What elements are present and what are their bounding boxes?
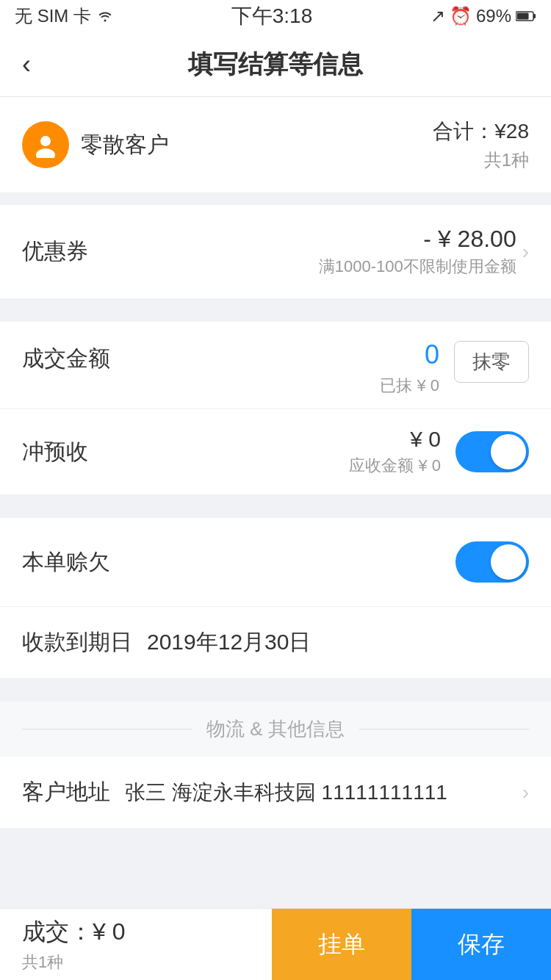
arrears-row: 本单赊欠 <box>0 518 551 606</box>
bottom-count: 共1种 <box>22 951 250 973</box>
customer-section: 零散客户 合计：¥28 共1种 <box>0 97 551 193</box>
logistics-text: 物流 & 其他信息 <box>206 716 345 742</box>
coupon-desc: 满1000-100不限制使用金额 <box>319 256 516 278</box>
battery-icon <box>516 6 536 26</box>
wifi-icon <box>97 6 113 26</box>
coupon-row[interactable]: 优惠券 - ¥ 28.00 满1000-100不限制使用金额 › <box>0 205 551 298</box>
prepay-toggle[interactable] <box>455 431 529 472</box>
deal-amount-section: 成交金额 0 已抹 ¥ 0 抹零 冲预收 ¥ 0 应收金额 ¥ 0 <box>0 322 551 494</box>
prepay-amount: ¥ 0 <box>349 427 441 452</box>
bottom-info: 成交：¥ 0 共1种 <box>0 916 272 973</box>
status-right: ↗ ⏰ 69% <box>431 6 536 26</box>
deal-amount-value: 0 <box>380 339 439 370</box>
customer-right: 合计：¥28 共1种 <box>433 118 529 172</box>
deal-amount-label: 成交金额 <box>22 339 110 374</box>
coupon-label: 优惠券 <box>22 237 88 267</box>
address-row[interactable]: 客户地址 张三 海淀永丰科技园 11111111111 › <box>0 757 551 828</box>
customer-total: 合计：¥28 <box>433 118 529 145</box>
customer-count: 共1种 <box>433 148 529 172</box>
carrier-label: 无 SIM 卡 <box>15 4 91 28</box>
arrears-label: 本单赊欠 <box>22 547 110 577</box>
deal-right: 0 已抹 ¥ 0 抹零 <box>380 339 529 397</box>
customer-name: 零散客户 <box>81 130 169 160</box>
prepay-amount-wrapper: ¥ 0 应收金额 ¥ 0 <box>349 427 441 477</box>
svg-point-3 <box>40 136 51 146</box>
save-button[interactable]: 保存 <box>411 909 551 981</box>
deal-amount-row: 成交金额 0 已抹 ¥ 0 抹零 <box>0 322 551 409</box>
alarm-icon: ⏰ <box>450 6 472 26</box>
address-label: 客户地址 <box>22 777 110 807</box>
address-value: 张三 海淀永丰科技园 11111111111 <box>125 779 522 807</box>
logistics-header: 物流 & 其他信息 <box>0 702 551 757</box>
nav-bar: ‹ 填写结算等信息 <box>0 32 551 97</box>
back-button[interactable]: ‹ <box>22 49 31 80</box>
prepay-right: ¥ 0 应收金额 ¥ 0 <box>349 427 529 477</box>
page-title: 填写结算等信息 <box>188 48 363 82</box>
status-bar: 无 SIM 卡 下午3:18 ↗ ⏰ 69% <box>0 0 551 32</box>
status-time: 下午3:18 <box>231 2 313 30</box>
bottom-bar: 成交：¥ 0 共1种 挂单 保存 <box>0 908 551 980</box>
customer-row: 零散客户 合计：¥28 共1种 <box>0 97 551 193</box>
svg-rect-1 <box>533 14 536 18</box>
prepay-row: 冲预收 ¥ 0 应收金额 ¥ 0 <box>0 409 551 494</box>
battery-label: 69% <box>476 6 511 26</box>
svg-rect-2 <box>517 13 529 20</box>
coupon-section[interactable]: 优惠券 - ¥ 28.00 满1000-100不限制使用金额 › <box>0 205 551 298</box>
chevron-right-icon: › <box>522 240 529 264</box>
toggle-knob <box>491 434 526 469</box>
arrears-toggle[interactable] <box>455 541 529 583</box>
duedate-value: 2019年12月30日 <box>147 627 311 657</box>
deal-rounded-label: 已抹 ¥ 0 <box>380 375 439 397</box>
prepay-label: 冲预收 <box>22 437 88 467</box>
coupon-value-wrapper: - ¥ 28.00 满1000-100不限制使用金额 <box>319 226 516 278</box>
duedate-label: 收款到期日 <box>22 627 132 657</box>
round-button[interactable]: 抹零 <box>454 341 529 383</box>
address-chevron-icon: › <box>522 781 529 804</box>
divider-2 <box>0 506 551 518</box>
location-icon: ↗ <box>431 6 445 26</box>
logistics-line-right <box>359 729 529 729</box>
coupon-discount: - ¥ 28.00 <box>319 226 516 253</box>
prepay-receivable: 应收金额 ¥ 0 <box>349 455 441 477</box>
status-left: 无 SIM 卡 <box>15 4 113 28</box>
svg-point-4 <box>36 148 55 158</box>
logistics-line-left <box>22 729 192 729</box>
hang-button[interactable]: 挂单 <box>272 909 411 981</box>
coupon-right: - ¥ 28.00 满1000-100不限制使用金额 › <box>319 226 529 278</box>
arrears-section: 本单赊欠 收款到期日 2019年12月30日 <box>0 518 551 678</box>
address-section[interactable]: 客户地址 张三 海淀永丰科技园 11111111111 › <box>0 757 551 828</box>
bottom-deal-value: ¥ 0 <box>93 918 125 945</box>
deal-amount-wrapper: 0 已抹 ¥ 0 <box>380 339 439 397</box>
duedate-row: 收款到期日 2019年12月30日 <box>0 606 551 678</box>
bottom-deal: 成交：¥ 0 <box>22 916 250 948</box>
customer-left: 零散客户 <box>22 121 169 168</box>
bottom-deal-label: 成交： <box>22 918 93 945</box>
divider-1 <box>0 310 551 322</box>
divider-3 <box>0 690 551 702</box>
customer-avatar <box>22 121 69 168</box>
arrears-toggle-knob <box>491 544 526 580</box>
